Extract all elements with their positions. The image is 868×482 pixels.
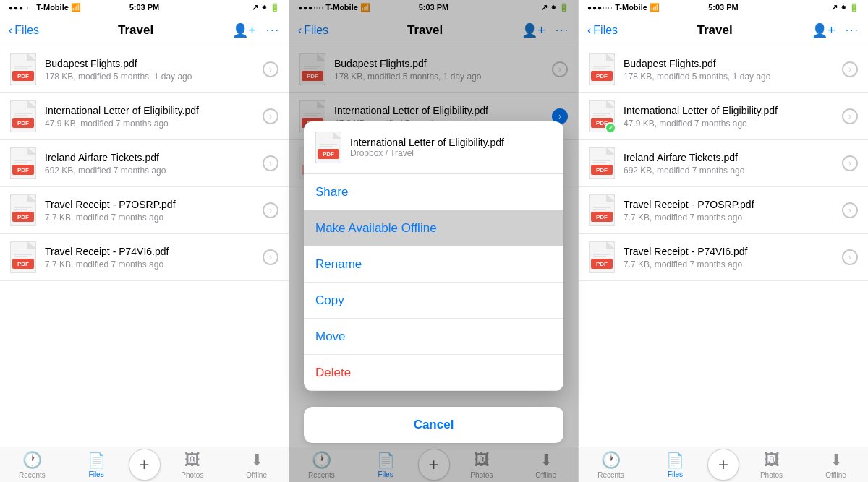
back-button-left[interactable]: ‹ Files	[9, 24, 39, 37]
offline-icon: ⬇	[250, 451, 263, 470]
photos-label: Photos	[760, 471, 783, 479]
recents-icon: 🕐	[601, 451, 621, 470]
right-panel: ●●●○○ T-Mobile 📶 5:03 PM ↗ ⁕ 🔋 ‹ Files T…	[579, 0, 868, 482]
list-item[interactable]: PDF Budapest Flights.pdf 178 KB, modifie…	[0, 46, 289, 93]
battery-icon: 🔋	[849, 3, 859, 12]
nav-bar-right: ‹ Files Travel 👤+ ···	[579, 14, 868, 46]
checkmark-icon: ✓	[608, 125, 613, 132]
file-meta: 692 KB, modified 7 months ago	[624, 165, 842, 176]
copy-menu-item[interactable]: Copy	[304, 283, 563, 319]
file-info: Travel Receipt - P7OSRP.pdf 7.7 KB, modi…	[624, 198, 842, 223]
tab-offline-right[interactable]: ⬇ Offline	[804, 451, 868, 479]
tab-photos-left[interactable]: 🖼 Photos	[161, 451, 225, 479]
menu-path: Dropbox / Travel	[350, 148, 504, 158]
nav-actions-right: 👤+ ···	[812, 22, 859, 38]
file-meta: 7.7 KB, modified 7 months ago	[624, 259, 842, 270]
time-label: 5:03 PM	[129, 3, 160, 12]
chevron-right-icon: ›	[842, 61, 858, 77]
file-info: International Letter of Eligibility.pdf …	[624, 104, 842, 129]
pdf-icon: PDF	[10, 53, 36, 85]
file-icon-wrap: PDF	[589, 241, 615, 273]
files-icon: 📄	[88, 452, 106, 469]
svg-text:PDF: PDF	[323, 151, 334, 158]
chevron-right-icon: ›	[842, 202, 858, 218]
file-info: Travel Receipt - P74VI6.pdf 7.7 KB, modi…	[624, 245, 842, 270]
menu-header-info: International Letter of Eligibility.pdf …	[350, 137, 504, 158]
context-menu: PDF International Letter of Eligibility.…	[304, 121, 563, 391]
list-item[interactable]: PDF Budapest Flights.pdf 178 KB, modifie…	[579, 46, 868, 93]
add-button-left[interactable]: +	[129, 449, 161, 481]
wifi-icon: 📶	[650, 3, 660, 12]
svg-text:PDF: PDF	[17, 120, 29, 126]
offline-menu-item[interactable]: Make Available Offline	[304, 210, 563, 246]
file-icon-wrap: PDF	[10, 53, 36, 85]
more-icon[interactable]: ···	[846, 24, 859, 37]
more-icon[interactable]: ···	[266, 24, 280, 37]
add-user-icon[interactable]: 👤+	[812, 22, 835, 38]
file-name: Budapest Flights.pdf	[624, 57, 842, 70]
left-panel: ●●●○○ T-Mobile 📶 5:03 PM ↗ ⁕ 🔋 ‹ Files T…	[0, 0, 289, 482]
back-button-right[interactable]: ‹ Files	[587, 24, 618, 37]
add-user-icon[interactable]: 👤+	[232, 22, 256, 38]
file-icon-wrap: PDF	[10, 147, 36, 179]
tab-recents-right[interactable]: 🕐 Recents	[579, 451, 643, 479]
list-item[interactable]: PDF Ireland Airfare Tickets.pdf 692 KB, …	[579, 140, 868, 187]
pdf-icon: PDF	[589, 147, 615, 179]
share-menu-item[interactable]: Share	[304, 174, 563, 210]
nav-title-left: Travel	[118, 23, 153, 38]
file-info: Travel Receipt - P74VI6.pdf 7.7 KB, modi…	[45, 245, 263, 270]
tab-photos-right[interactable]: 🖼 Photos	[739, 451, 804, 479]
chevron-right-icon: ›	[263, 155, 278, 171]
list-item[interactable]: PDF Ireland Airfare Tickets.pdf 692 KB, …	[0, 140, 289, 187]
pdf-icon: PDF	[10, 194, 36, 226]
status-bar-left-info: ●●●○○ T-Mobile 📶	[587, 3, 660, 12]
files-icon: 📄	[666, 452, 684, 469]
tab-files-right[interactable]: 📄 Files	[643, 452, 707, 478]
bluetooth-icon: ⁕	[261, 4, 267, 12]
add-button-right[interactable]: +	[707, 449, 739, 481]
file-icon-wrap: PDF	[589, 53, 615, 85]
signal-icon: ●●●○○	[587, 4, 613, 12]
cancel-button[interactable]: Cancel	[304, 407, 563, 443]
delete-menu-item[interactable]: Delete	[304, 355, 563, 391]
recents-label: Recents	[19, 471, 46, 479]
file-list-right: PDF Budapest Flights.pdf 178 KB, modifie…	[579, 46, 868, 447]
status-bar-right-info: ↗ ⁕ 🔋	[252, 3, 280, 12]
file-meta: 7.7 KB, modified 7 months ago	[624, 212, 842, 223]
list-item[interactable]: PDF Travel Receipt - P7OSRP.pdf 7.7 KB, …	[579, 187, 868, 234]
move-menu-item[interactable]: Move	[304, 319, 563, 355]
list-item[interactable]: PDF ✓ International Letter of Eligibilit…	[579, 93, 868, 140]
tab-files-left[interactable]: 📄 Files	[64, 452, 129, 478]
list-item[interactable]: PDF Travel Receipt - P74VI6.pdf 7.7 KB, …	[0, 234, 289, 281]
pdf-icon: PDF	[589, 241, 615, 273]
file-name: Ireland Airfare Tickets.pdf	[45, 151, 263, 164]
list-item[interactable]: PDF International Letter of Eligibility.…	[0, 93, 289, 140]
files-label: Files	[668, 470, 683, 478]
file-icon-wrap: PDF	[589, 194, 615, 226]
chevron-right-icon: ›	[263, 202, 278, 218]
file-name: International Letter of Eligibility.pdf	[624, 104, 842, 117]
svg-text:PDF: PDF	[17, 261, 29, 267]
list-item[interactable]: PDF Travel Receipt - P7OSRP.pdf 7.7 KB, …	[0, 187, 289, 234]
middle-panel: ●●●○○ T-Mobile 📶 5:03 PM ↗ ⁕ 🔋 ‹ Files T…	[289, 0, 579, 482]
menu-file-icon: PDF	[315, 132, 341, 163]
location-icon: ↗	[831, 3, 838, 12]
list-item[interactable]: PDF Travel Receipt - P74VI6.pdf 7.7 KB, …	[579, 234, 868, 281]
tab-bar-right: 🕐 Recents 📄 Files + 🖼 Photos ⬇ Offline	[579, 447, 868, 482]
svg-text:PDF: PDF	[17, 73, 29, 79]
rename-menu-item[interactable]: Rename	[304, 246, 563, 283]
photos-icon: 🖼	[764, 451, 780, 470]
tab-offline-left[interactable]: ⬇ Offline	[224, 451, 289, 479]
chevron-right-icon: ›	[842, 108, 858, 124]
photos-icon: 🖼	[184, 451, 200, 470]
pdf-icon: PDF	[589, 53, 615, 85]
file-meta: 47.9 KB, modified 7 months ago	[45, 119, 263, 129]
tab-recents-left[interactable]: 🕐 Recents	[0, 451, 64, 479]
file-name: International Letter of Eligibility.pdf	[45, 104, 263, 117]
offline-icon: ⬇	[830, 451, 843, 470]
menu-filename: International Letter of Eligibility.pdf	[350, 137, 504, 148]
svg-text:PDF: PDF	[17, 214, 29, 220]
svg-text:PDF: PDF	[596, 261, 608, 267]
offline-label: Offline	[825, 471, 846, 479]
file-icon-wrap: PDF	[589, 147, 615, 179]
